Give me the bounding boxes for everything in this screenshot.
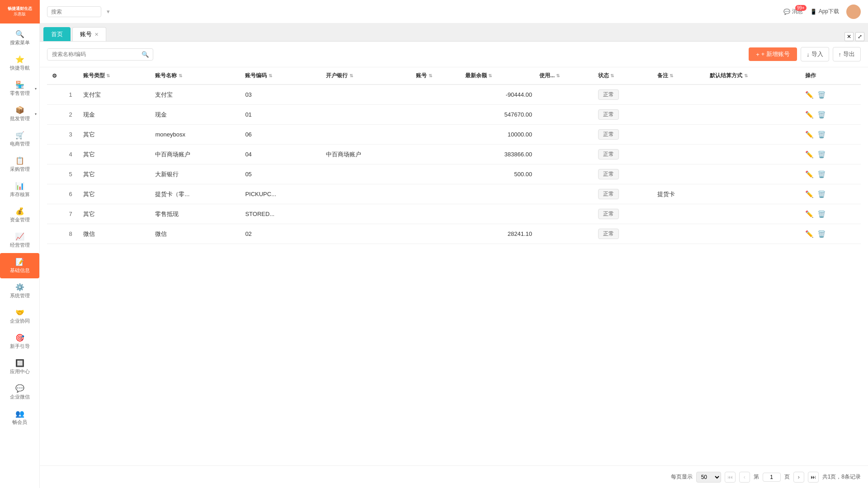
- col-code[interactable]: 账号编码 ⇅: [241, 67, 322, 84]
- status-badge: 正常: [598, 89, 619, 100]
- avatar[interactable]: [846, 5, 861, 19]
- edit-icon[interactable]: ✏️: [805, 190, 814, 198]
- tab-bar: 首页 账号 ✕ ✕ ⤢: [40, 23, 868, 42]
- sort-icon: ⇅: [349, 73, 353, 78]
- tab-minimize-button[interactable]: ✕: [844, 32, 854, 41]
- edit-icon[interactable]: ✏️: [805, 111, 814, 119]
- sidebar-item-basic-info[interactable]: 📝 基础信息: [0, 253, 39, 278]
- sidebar-item-operations[interactable]: 📈 经营管理: [0, 228, 39, 253]
- sidebar-item-quicknav[interactable]: ⭐ 快捷导航: [0, 51, 39, 76]
- row-code: 02: [241, 224, 322, 244]
- app-download-button[interactable]: 📱 App下载: [810, 8, 839, 15]
- notification-badge: 99+: [795, 5, 807, 11]
- page-number-input[interactable]: [763, 473, 781, 482]
- top-header: ▾ 💬 消息 99+ 📱 App下载: [40, 0, 868, 23]
- notification-button[interactable]: 💬 消息 99+: [783, 8, 803, 15]
- col-balance[interactable]: 最新余额 ⇅: [462, 67, 536, 84]
- page-size-select[interactable]: 50 20 100: [696, 472, 721, 483]
- row-type: 其它: [80, 204, 151, 224]
- content-header: 🔍 + + 新增账号 ↓ 导入 ↑ 导出: [40, 42, 868, 67]
- next-page-button[interactable]: ›: [793, 472, 804, 483]
- row-status: 正常: [594, 84, 654, 105]
- col-type[interactable]: 账号类型 ⇅: [80, 67, 151, 84]
- delete-icon[interactable]: 🗑️: [817, 131, 826, 139]
- sidebar-item-ecommerce[interactable]: 🛒 电商管理: [0, 127, 39, 152]
- sidebar-item-wholesale[interactable]: 📦 批发管理 ▾: [0, 101, 39, 127]
- row-remark: [654, 164, 706, 184]
- edit-icon[interactable]: ✏️: [805, 170, 814, 178]
- sidebar-item-inventory[interactable]: 📊 库存核算: [0, 177, 39, 202]
- delete-icon[interactable]: 🗑️: [817, 91, 826, 99]
- delete-icon[interactable]: 🗑️: [817, 190, 826, 198]
- row-actions: ✏️ 🗑️: [802, 125, 861, 145]
- sidebar-item-member[interactable]: 👥 畅会员: [0, 405, 39, 430]
- edit-icon[interactable]: ✏️: [805, 91, 814, 99]
- sidebar-item-wechat[interactable]: 💬 企业微信: [0, 380, 39, 405]
- col-name[interactable]: 账号名称 ⇅: [151, 67, 241, 84]
- sidebar-item-purchase[interactable]: 📋 采购管理: [0, 152, 39, 177]
- sidebar-item-retail[interactable]: 🏪 零售管理 ▾: [0, 76, 39, 101]
- status-badge: 正常: [598, 189, 619, 199]
- row-code: STORED...: [241, 204, 322, 224]
- top-search-input[interactable]: [47, 6, 101, 17]
- sidebar-item-system[interactable]: ⚙️ 系统管理: [0, 278, 39, 304]
- tab-home[interactable]: 首页: [43, 27, 71, 41]
- row-usage: [536, 184, 594, 204]
- col-default-settle[interactable]: 默认结算方式 ⇅: [706, 67, 801, 84]
- sort-icon: ⇅: [269, 73, 272, 78]
- col-remark[interactable]: 备注 ⇅: [654, 67, 706, 84]
- row-bank: [322, 184, 412, 204]
- edit-icon[interactable]: ✏️: [805, 150, 814, 159]
- search-input[interactable]: [47, 49, 138, 60]
- dropdown-icon[interactable]: ▾: [107, 8, 110, 15]
- sidebar-item-search[interactable]: 🔍 搜索菜单: [0, 25, 39, 51]
- export-button[interactable]: ↑ 导出: [833, 47, 861, 61]
- sidebar-item-cooperation[interactable]: 🤝 企业协同: [0, 304, 39, 329]
- row-number: 1: [61, 84, 80, 105]
- delete-icon[interactable]: 🗑️: [817, 210, 826, 218]
- operations-icon: 📈: [15, 232, 24, 241]
- col-usage[interactable]: 使用... ⇅: [536, 67, 594, 84]
- first-page-button[interactable]: ⏮: [725, 472, 736, 483]
- search-button[interactable]: 🔍: [138, 49, 153, 60]
- row-account: [412, 105, 462, 125]
- row-remark: [654, 84, 706, 105]
- edit-icon[interactable]: ✏️: [805, 210, 814, 218]
- delete-icon[interactable]: 🗑️: [817, 111, 826, 119]
- sidebar-item-guide[interactable]: 🎯 新手引导: [0, 329, 39, 354]
- import-label: 导入: [811, 50, 823, 58]
- import-button[interactable]: ↓ 导入: [801, 47, 829, 61]
- row-actions: ✏️ 🗑️: [802, 204, 861, 224]
- tab-maximize-button[interactable]: ⤢: [855, 32, 864, 41]
- tab-account[interactable]: 账号 ✕: [72, 27, 106, 41]
- prev-page-button[interactable]: ‹: [739, 472, 750, 483]
- sidebar-item-label: 零售管理: [10, 90, 30, 97]
- last-page-button[interactable]: ⏭: [808, 472, 819, 483]
- top-header-left: ▾: [47, 6, 110, 17]
- row-code: 03: [241, 84, 322, 105]
- add-account-button[interactable]: + + 新增账号: [749, 47, 797, 61]
- delete-icon[interactable]: 🗑️: [817, 170, 826, 178]
- row-balance: 500.00: [462, 164, 536, 184]
- row-usage: [536, 125, 594, 145]
- sidebar-item-finance[interactable]: 💰 资金管理: [0, 202, 39, 228]
- tab-close-icon[interactable]: ✕: [94, 32, 99, 38]
- col-account[interactable]: 账号 ⇅: [412, 67, 462, 84]
- sidebar-logo: 畅捷通财生态 乐惠版: [0, 0, 40, 23]
- row-type: 其它: [80, 145, 151, 164]
- row-name: 支付宝: [151, 84, 241, 105]
- row-account: [412, 84, 462, 105]
- col-status[interactable]: 状态 ⇅: [594, 67, 654, 84]
- sidebar-item-appcenter[interactable]: 🔲 应用中心: [0, 354, 39, 380]
- col-bank[interactable]: 开户银行 ⇅: [322, 67, 412, 84]
- delete-icon[interactable]: 🗑️: [817, 150, 826, 159]
- col-gear: ⚙: [47, 67, 61, 84]
- delete-icon[interactable]: 🗑️: [817, 230, 826, 238]
- edit-icon[interactable]: ✏️: [805, 131, 814, 139]
- row-account: [412, 224, 462, 244]
- pagination: 每页显示 50 20 100 ⏮ ‹ 第 页 › ⏭ 共1页，8条记录: [40, 465, 868, 488]
- edit-icon[interactable]: ✏️: [805, 230, 814, 238]
- row-account: [412, 125, 462, 145]
- sidebar-item-label: 基础信息: [10, 267, 30, 274]
- sidebar-item-label: 搜索菜单: [10, 39, 30, 46]
